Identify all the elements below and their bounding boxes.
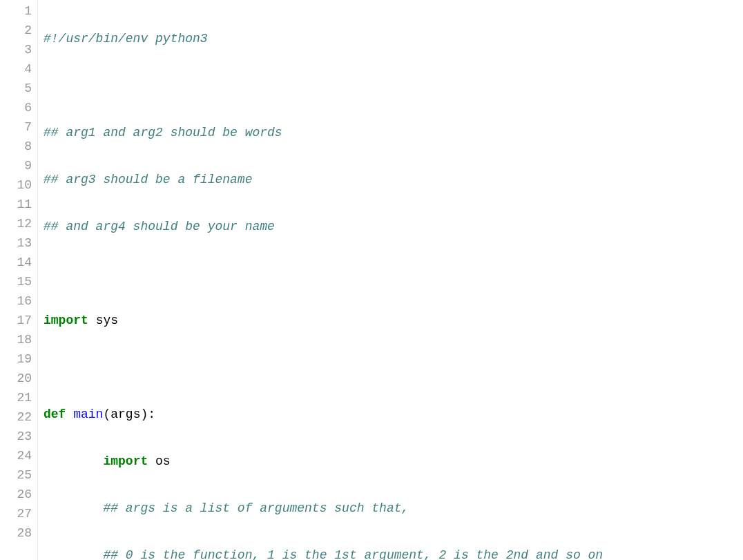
text-token: [88, 313, 96, 327]
line-number: 18: [0, 330, 32, 349]
line-number: 4: [0, 59, 32, 79]
code-line: ## arg3 should be a filename: [44, 170, 743, 189]
line-number: 28: [0, 523, 32, 543]
line-number: 16: [0, 291, 32, 311]
line-number-gutter: 1 2 3 4 5 6 7 8 9 10 11 12 13 14 15 16 1…: [0, 0, 38, 560]
line-number: 12: [0, 214, 32, 233]
code-line: [44, 264, 743, 283]
code-line: ## and arg4 should be your name: [44, 217, 743, 236]
line-number: 26: [0, 485, 32, 504]
code-line: [44, 358, 743, 377]
line-number: 7: [0, 117, 32, 137]
code-line: ## args is a list of arguments such that…: [44, 499, 743, 518]
comment-token: ## arg1 and arg2 should be words: [44, 126, 282, 139]
indent-token: [44, 548, 103, 560]
code-editor: 1 2 3 4 5 6 7 8 9 10 11 12 13 14 15 16 1…: [0, 0, 743, 560]
code-line: import sys: [44, 311, 743, 330]
code-line: ## 0 is the function, 1 is the 1st argum…: [44, 545, 743, 560]
indent-token: [44, 454, 103, 468]
line-number: 10: [0, 175, 32, 195]
line-number: 24: [0, 446, 32, 465]
line-number: 9: [0, 156, 32, 175]
line-number: 20: [0, 369, 32, 388]
line-number: 6: [0, 98, 32, 117]
keyword-token: def: [44, 407, 66, 421]
function-name-token: main: [73, 407, 103, 421]
line-number: 17: [0, 311, 32, 330]
text-token: (args):: [103, 407, 155, 421]
indent-token: [44, 501, 103, 515]
line-number: 22: [0, 407, 32, 427]
comment-token: ## 0 is the function, 1 is the 1st argum…: [103, 548, 603, 560]
line-number: 8: [0, 137, 32, 156]
code-line: ## arg1 and arg2 should be words: [44, 123, 743, 142]
line-number: 1: [0, 1, 32, 21]
line-number: 25: [0, 465, 32, 485]
line-number: 19: [0, 349, 32, 369]
line-number: 2: [0, 21, 32, 40]
line-number: 14: [0, 253, 32, 272]
text-token: [148, 454, 155, 468]
line-number: 5: [0, 79, 32, 98]
code-line: import os: [44, 452, 743, 471]
line-number: 11: [0, 195, 32, 214]
name-token: os: [155, 454, 171, 468]
code-line: #!/usr/bin/env python3: [44, 29, 743, 48]
comment-token: ## args is a list of arguments such that…: [103, 501, 409, 515]
keyword-token: import: [44, 313, 88, 327]
comment-token: ## arg3 should be a filename: [44, 173, 252, 186]
code-content[interactable]: #!/usr/bin/env python3 ## arg1 and arg2 …: [38, 0, 743, 560]
comment-token: #!/usr/bin/env python3: [44, 32, 208, 46]
line-number: 21: [0, 388, 32, 407]
text-token: [66, 407, 73, 421]
code-line: def main(args):: [44, 405, 743, 424]
line-number: 13: [0, 233, 32, 253]
line-number: 23: [0, 427, 32, 446]
keyword-token: import: [103, 454, 148, 468]
name-token: sys: [96, 313, 118, 327]
line-number: 3: [0, 40, 32, 59]
code-line: [44, 76, 743, 95]
comment-token: ## and arg4 should be your name: [44, 220, 275, 233]
line-number: 15: [0, 272, 32, 291]
line-number: 27: [0, 504, 32, 523]
